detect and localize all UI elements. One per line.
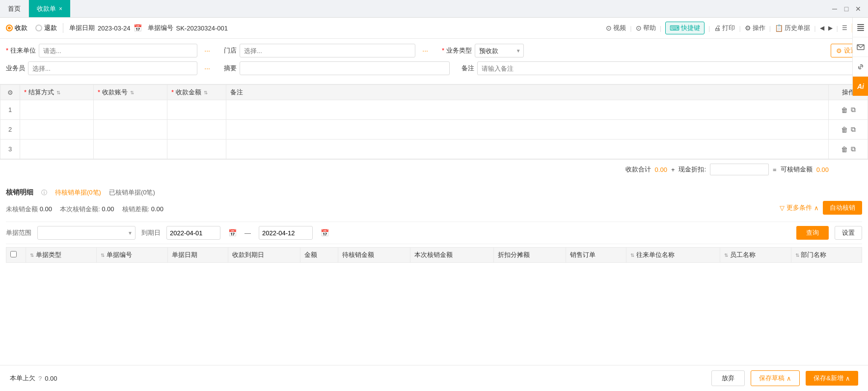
minimize-button[interactable]: ─ <box>831 5 839 13</box>
select-all-checkbox[interactable] <box>10 251 17 257</box>
th-due: 收款到期日 <box>228 248 300 263</box>
tab-home[interactable]: 首页 <box>0 0 29 17</box>
reconcile-settings-button[interactable]: 设置 <box>835 226 862 240</box>
row-settle-2[interactable] <box>20 120 94 140</box>
row-remark-1[interactable] <box>226 100 829 120</box>
bottom-table-wrap: ⇅ 单据类型 ⇅ 单据编号 单据日期 收款到期日 金额 待核销金额 本次核 <box>6 247 862 365</box>
sort-partner-icon[interactable]: ⇅ <box>630 252 634 258</box>
query-button[interactable]: 查询 <box>796 226 829 240</box>
row-amount-1[interactable] <box>167 100 226 120</box>
date-to-input[interactable] <box>259 226 313 240</box>
video-btn[interactable]: ⊙ 视频 <box>606 24 626 32</box>
row-num-1: 1 <box>0 100 20 120</box>
save-draft-button[interactable]: 保存草稿 ∧ <box>751 370 800 386</box>
refund-radio[interactable]: 退款 <box>35 24 57 32</box>
biz-type-select[interactable]: 预收款 <box>475 44 524 57</box>
date-from-input[interactable] <box>166 226 220 240</box>
shortcut-btn[interactable]: ⌨ 快捷键 <box>665 22 705 34</box>
auto-reconcile-button[interactable]: 自动核销 <box>823 201 862 215</box>
row-account-3[interactable] <box>94 140 167 159</box>
window-controls: ─ □ ✕ <box>825 5 868 13</box>
copy-icon-3[interactable]: ⧉ <box>851 145 856 153</box>
refund-radio-label: 退款 <box>44 24 57 32</box>
right-panel-email-icon[interactable] <box>853 37 868 57</box>
reconcile-info-icon[interactable]: ⓘ <box>41 189 47 197</box>
calendar-icon[interactable]: 📅 <box>134 24 142 32</box>
summary-input[interactable] <box>240 61 450 75</box>
partner-more-icon[interactable]: ··· <box>202 47 212 55</box>
receipt-type-group: 收款 退款 <box>6 24 57 32</box>
th-sale-order: 销售订单 <box>566 248 626 263</box>
partner-label: * 往来单位 <box>6 46 36 55</box>
abandon-button[interactable]: 放弃 <box>711 370 745 386</box>
tab-done[interactable]: 已核销单据(0笔) <box>109 188 155 197</box>
table-header-gear[interactable]: ⚙ <box>0 85 20 100</box>
row-account-2[interactable] <box>94 120 167 140</box>
svg-rect-2 <box>857 28 864 29</box>
print-btn[interactable]: 🖨 打印 <box>714 24 735 32</box>
right-panel-link-icon[interactable] <box>853 57 868 77</box>
list-btn[interactable]: ☰ <box>842 25 847 31</box>
copy-icon-2[interactable]: ⧉ <box>851 125 856 134</box>
calendar-from-icon[interactable]: 📅 <box>228 229 237 237</box>
tab-pending[interactable]: 待核销单据(0笔) <box>55 188 101 197</box>
main-table-area: ⚙ * 结算方式 ⇅ * 收款账号 ⇅ * <box>0 84 868 159</box>
row-remark-2[interactable] <box>226 120 829 140</box>
info-label: 本单上欠 <box>10 374 35 383</box>
divider1 <box>63 23 63 33</box>
more-conditions-btn[interactable]: ▽ 更多条件 ∧ <box>780 203 819 212</box>
reconcile-title: 核销明细 <box>6 188 33 197</box>
sep2: | <box>660 25 661 32</box>
staff-input[interactable] <box>28 61 197 75</box>
remark-input[interactable] <box>477 61 862 75</box>
help-btn[interactable]: ⊙ 帮助 <box>636 24 656 32</box>
sort-account-icon[interactable]: ⇅ <box>130 90 134 95</box>
operate-btn[interactable]: ⚙ 操作 <box>745 24 765 32</box>
row-settle-1[interactable] <box>20 100 94 120</box>
row-amount-3[interactable] <box>167 140 226 159</box>
range-select[interactable] <box>37 226 136 240</box>
row-remark-3[interactable] <box>226 140 829 159</box>
tab-close-icon[interactable]: × <box>59 5 62 12</box>
right-panel-table-icon[interactable] <box>853 18 868 37</box>
th-staff: ⇅ 员工名称 <box>720 248 791 263</box>
close-button[interactable]: ✕ <box>854 5 862 13</box>
video-icon: ⊙ <box>606 24 612 32</box>
maximize-button[interactable]: □ <box>842 5 850 13</box>
sort-num-icon[interactable]: ⇅ <box>101 252 105 258</box>
save-new-button[interactable]: 保存&新增 ∧ <box>806 371 858 386</box>
partner-star: * <box>6 47 8 54</box>
store-input[interactable] <box>240 44 415 57</box>
gear-icon[interactable]: ⚙ <box>7 89 13 96</box>
th-checkbox[interactable] <box>6 248 26 263</box>
receipt-radio[interactable]: 收款 <box>6 24 27 32</box>
sort-dept-icon[interactable]: ⇅ <box>795 252 799 258</box>
copy-icon-1[interactable]: ⧉ <box>851 106 856 114</box>
next-btn[interactable]: ▶ <box>828 25 833 31</box>
operate-label: 操作 <box>753 24 765 32</box>
row-amount-2[interactable] <box>167 120 226 140</box>
svg-rect-0 <box>857 24 864 25</box>
tab-bar: 首页 收款单 × ─ □ ✕ <box>0 0 868 18</box>
discount-input[interactable] <box>710 164 769 175</box>
filter-row: 单据范围 ▼ 到期日 📅 — 📅 查询 设置 <box>6 222 862 244</box>
row-account-1[interactable] <box>94 100 167 120</box>
video-label: 视频 <box>613 24 626 32</box>
sort-type-icon[interactable]: ⇅ <box>30 252 34 258</box>
staff-more-icon[interactable]: ··· <box>202 64 212 72</box>
partner-input[interactable] <box>39 44 198 57</box>
history-btn[interactable]: 📋 历史单据 <box>775 24 810 32</box>
prev-btn[interactable]: ◀ <box>820 25 824 31</box>
tab-receipt[interactable]: 收款单 × <box>29 0 70 17</box>
sort-amount-icon[interactable]: ⇅ <box>204 90 208 95</box>
calendar-to-icon[interactable]: 📅 <box>321 229 329 237</box>
right-panel-ai-icon[interactable]: Ai <box>853 77 868 96</box>
sort-staff-icon[interactable]: ⇅ <box>724 252 728 258</box>
info-help-icon[interactable]: ? <box>38 375 42 382</box>
delete-icon-2[interactable]: 🗑 <box>841 126 848 134</box>
row-settle-3[interactable] <box>20 140 94 159</box>
sort-settle-icon[interactable]: ⇅ <box>56 90 60 95</box>
delete-icon-3[interactable]: 🗑 <box>841 145 848 153</box>
store-more-icon[interactable]: ··· <box>420 47 430 55</box>
delete-icon-1[interactable]: 🗑 <box>841 106 848 114</box>
